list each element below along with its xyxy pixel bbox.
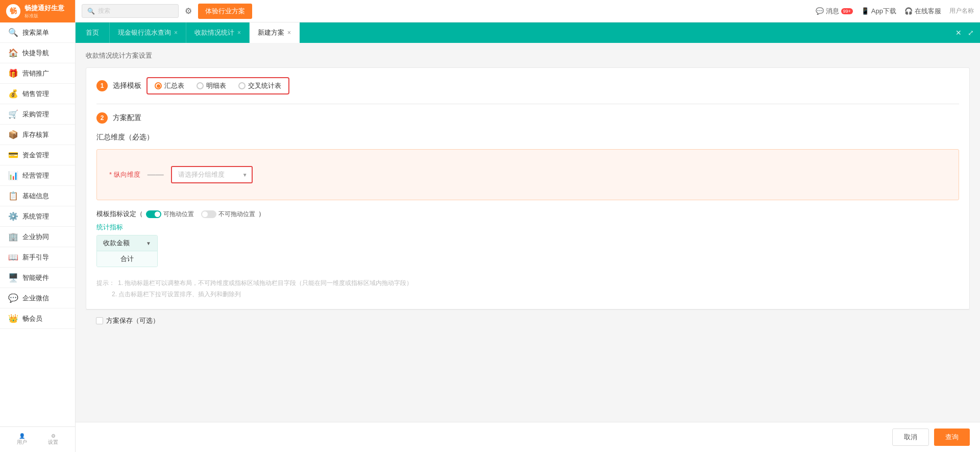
tab-home[interactable]: 首页 (76, 22, 110, 43)
save-option[interactable]: 方案保存（可选） (96, 316, 159, 325)
metrics-table-header[interactable]: 收款金额 ▼ (97, 235, 157, 251)
industry-btn[interactable]: 体验行业方案 (198, 4, 252, 19)
sidebar-item-wechat[interactable]: 💬 企业微信 (0, 288, 75, 308)
dimension-title: 汇总维度（必选） (96, 133, 959, 142)
tips-prefix: 提示： (96, 278, 115, 289)
sidebar-item-hardware[interactable]: 🖥️ 智能硬件 (0, 268, 75, 288)
service-label: 在线客服 (915, 7, 941, 16)
metrics-table: 收款金额 ▼ 合计 (96, 235, 158, 267)
sidebar-item-marketing[interactable]: 🎁 营销推广 (0, 63, 75, 84)
sidebar-item-label: 经营管理 (22, 171, 49, 180)
sales-icon: 💰 (8, 89, 18, 99)
tab-collection-stat-close[interactable]: × (237, 29, 241, 36)
main-area: 🔍 搜索 ⚙ 体验行业方案 💬 消息 99+ 📱 App下载 🎧 在线客服 (76, 0, 980, 452)
radio-detail-dot (197, 82, 204, 89)
tabs-window-controls: ✕ ⤢ (955, 29, 980, 37)
sidebar-item-sales[interactable]: 💰 销售管理 (0, 84, 75, 104)
service-action[interactable]: 🎧 在线客服 (904, 7, 941, 16)
sidebar-item-management[interactable]: 📊 经营管理 (0, 165, 75, 186)
step2-row: 2 方案配置 (96, 112, 959, 124)
tab-new-plan-label: 新建方案 (258, 28, 284, 37)
metrics-column-header: 收款金额 (103, 239, 130, 248)
download-action[interactable]: 📱 App下载 (861, 7, 896, 16)
tab-maximize-window[interactable]: ⤢ (968, 29, 974, 37)
tab-new-plan-close[interactable]: × (287, 29, 291, 36)
toggle2-label: 不可拖动位置 (201, 210, 255, 219)
sidebar-item-coop[interactable]: 🏢 企业协同 (0, 227, 75, 247)
radio-summary[interactable]: 汇总表 (155, 81, 184, 90)
sidebar-logo: 畅 畅捷通好生意 标准版 (0, 0, 75, 22)
download-icon: 📱 (861, 7, 869, 15)
topbar: 🔍 搜索 ⚙ 体验行业方案 💬 消息 99+ 📱 App下载 🎧 在线客服 (76, 0, 980, 22)
tab-new-plan[interactable]: 新建方案 × (250, 22, 300, 43)
radio-detail[interactable]: 明细表 (197, 81, 226, 90)
breadcrumb: 收款情况统计方案设置 (86, 51, 970, 60)
notification-badge: 99+ (841, 8, 853, 14)
service-icon: 🎧 (904, 7, 913, 15)
tab-bank-flow-label: 现金银行流水查询 (118, 28, 171, 37)
sidebar-item-quick-nav[interactable]: 🏠 快捷导航 (0, 43, 75, 63)
radio-cross-label: 交叉统计表 (248, 81, 281, 90)
step1-row: 1 选择模板 汇总表 明细表 交叉统计表 (96, 77, 959, 94)
sidebar-footer-user[interactable]: 👤用户 (17, 433, 27, 446)
logo-icon: 畅 (6, 4, 20, 18)
sidebar: 畅 畅捷通好生意 标准版 🔍 搜索菜单 🏠 快捷导航 🎁 营销推广 💰 销售管理… (0, 0, 76, 452)
metrics-stat-label: 统计指标 (96, 223, 959, 232)
notification-action[interactable]: 💬 消息 99+ (816, 7, 853, 16)
metrics-config-title: 模板指标设定（ 可拖动位置 不可拖动位置 ） (96, 209, 959, 219)
chevron-down-icon[interactable]: ▼ (146, 241, 151, 246)
sidebar-item-guide[interactable]: 📖 新手引导 (0, 247, 75, 268)
query-button[interactable]: 查询 (934, 429, 970, 446)
sidebar-item-search-menu[interactable]: 🔍 搜索菜单 (0, 22, 75, 43)
step-divider (96, 104, 959, 104)
sidebar-footer-settings[interactable]: ⚙设置 (48, 433, 58, 446)
topbar-search[interactable]: 🔍 搜索 (82, 4, 179, 18)
purchase-icon: 🛒 (8, 109, 18, 119)
toggle1-label: 可拖动位置 (146, 210, 194, 219)
sidebar-item-member[interactable]: 👑 畅会员 (0, 308, 75, 329)
content-area: 收款情况统计方案设置 1 选择模板 汇总表 明细表 (76, 43, 980, 452)
logo-title: 畅捷通好生意 (24, 4, 64, 13)
cancel-button[interactable]: 取消 (892, 429, 929, 446)
tip-0: 提示： 1. 拖动标题栏可以调整布局，不可跨维度或指标区域拖动栏目字段（只能在同… (96, 278, 959, 289)
toggle1-pill[interactable] (146, 210, 161, 218)
inventory-icon: 📦 (8, 130, 18, 139)
tip-1-text: 2. 点击标题栏下拉可设置排序、插入列和删除列 (112, 289, 241, 300)
toggle2-text: 不可拖动位置 (218, 210, 255, 219)
tab-bank-flow-close[interactable]: × (174, 29, 178, 36)
step1-label: 选择模板 (113, 81, 141, 90)
search-placeholder: 搜索 (98, 7, 110, 15)
save-checkbox[interactable] (96, 317, 103, 324)
dimension-select[interactable]: 请选择分组维度 ▼ (171, 166, 253, 183)
radio-summary-label: 汇总表 (164, 81, 184, 90)
gear-icon[interactable]: ⚙ (185, 6, 192, 16)
main-card: 1 选择模板 汇总表 明细表 交叉统计表 (86, 67, 970, 310)
finance-icon: 💳 (8, 150, 18, 160)
tab-bank-flow[interactable]: 现金银行流水查询 × (110, 22, 186, 43)
marketing-icon: 🎁 (8, 68, 18, 78)
management-icon: 📊 (8, 171, 18, 180)
tab-collection-stat[interactable]: 收款情况统计 × (186, 22, 250, 43)
sidebar-item-label: 智能硬件 (22, 273, 49, 282)
notification-icon: 💬 (816, 7, 824, 15)
coop-icon: 🏢 (8, 232, 18, 242)
tab-close-window[interactable]: ✕ (955, 29, 962, 37)
sidebar-item-finance[interactable]: 💳 资金管理 (0, 145, 75, 165)
radio-cross[interactable]: 交叉统计表 (238, 81, 281, 90)
tabs-bar: 首页 现金银行流水查询 × 收款情况统计 × 新建方案 × ✕ ⤢ (76, 22, 980, 43)
sidebar-item-system[interactable]: ⚙️ 系统管理 (0, 206, 75, 227)
metrics-config: 模板指标设定（ 可拖动位置 不可拖动位置 ） (96, 209, 959, 269)
username: 用户名称 (949, 7, 974, 15)
sidebar-item-inventory[interactable]: 📦 库存核算 (0, 125, 75, 145)
sidebar-item-purchase[interactable]: 🛒 采购管理 (0, 104, 75, 125)
quick-nav-icon: 🏠 (8, 48, 18, 58)
sidebar-item-basic[interactable]: 📋 基础信息 (0, 186, 75, 206)
tab-home-label: 首页 (86, 28, 99, 37)
toggle2-pill[interactable] (201, 210, 216, 218)
system-icon: ⚙️ (8, 211, 18, 221)
step2-badge: 2 (96, 112, 108, 124)
search-icon: 🔍 (87, 8, 95, 15)
footer-actions: 取消 查询 (76, 422, 980, 452)
step1-badge: 1 (96, 80, 108, 91)
sidebar-item-label: 新手引导 (22, 253, 49, 262)
